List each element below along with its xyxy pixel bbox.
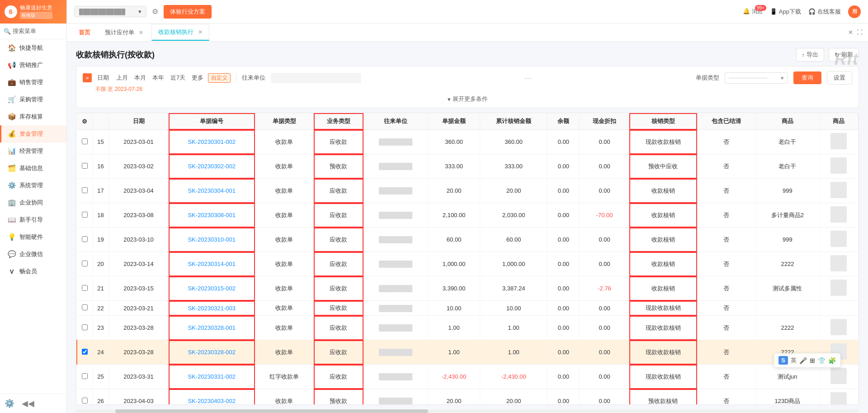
sidebar-item-quicknav[interactable]: 🏠快捷导航 (0, 39, 66, 57)
tab-home[interactable]: 首页 (72, 25, 97, 40)
doc-no-link[interactable]: SK-20230304-001 (188, 187, 236, 194)
app-download-button[interactable]: 📱 App下载 (770, 8, 801, 16)
support-button[interactable]: 🎧 在线客服 (808, 8, 841, 16)
doc-no-link[interactable]: SK-20230328-002 (188, 349, 236, 356)
cell-biz-type: 应收款 (314, 340, 363, 365)
sidebar-item-member[interactable]: V畅会员 (0, 263, 66, 280)
sidebar-item-operations[interactable]: 📊经营管理 (0, 142, 66, 160)
sidebar-item-purchase[interactable]: 🛒采购管理 (0, 91, 66, 108)
export-button[interactable]: ↑ 导出 (796, 48, 825, 62)
table-row[interactable]: 25 2023-03-31 SK-20230331-002 红字收款单 应收款 … (77, 365, 859, 389)
table-row[interactable]: 20 2023-03-14 SK-20230314-001 收款单 应收款 ██… (77, 252, 859, 276)
cell-checkbox[interactable] (77, 389, 93, 405)
sidebar-item-system[interactable]: ⚙️系统管理 (0, 177, 66, 194)
expand-more-btn[interactable]: ▾ 展开更多条件 (448, 95, 488, 103)
custom-date-btn[interactable]: 自定义 (208, 73, 231, 83)
cell-checkbox[interactable] (77, 252, 93, 276)
cell-total-cancel: 360.00 (480, 130, 547, 154)
cell-checkbox[interactable] (77, 276, 93, 301)
scrollbar-thumb[interactable] (115, 409, 429, 413)
settings-button[interactable]: 设置 (827, 71, 852, 85)
close-all-icon[interactable]: ✕ (848, 29, 853, 36)
horizontal-scrollbar[interactable] (76, 409, 859, 413)
cell-checkbox[interactable] (77, 179, 93, 203)
table-row[interactable]: 21 2023-03-15 SK-20230315-002 收款单 应收款 ██… (77, 276, 859, 301)
table-row[interactable]: 23 2023-03-28 SK-20230328-001 收款单 应收款 ██… (77, 316, 859, 340)
sidebar-item-guide[interactable]: 📖新手引导 (0, 211, 66, 228)
last7-btn[interactable]: 近7天 (169, 73, 187, 83)
expand-icon[interactable]: ⛶ (857, 29, 863, 36)
sidebar-item-wechat[interactable]: 💬企业微信 (0, 246, 66, 263)
cell-biz-type: 应收款 (314, 252, 363, 276)
doc-no-link[interactable]: SK-20230328-001 (188, 324, 236, 331)
query-button[interactable]: 查询 (793, 71, 821, 84)
cell-checkbox[interactable] (77, 316, 93, 340)
receipt-type-label: 单据类型 (696, 74, 719, 82)
cell-counterparty: ████████ (363, 340, 428, 365)
bulb-icon: 💡 (8, 233, 16, 241)
tab-prepay[interactable]: 预计应付单 ✕ (99, 25, 150, 40)
messages-button[interactable]: 🔔 99+ 消息 (743, 8, 763, 15)
user-avatar[interactable]: 用 (848, 5, 861, 18)
doc-no-link[interactable]: SK-20230331-002 (188, 373, 236, 380)
doc-no-link[interactable]: SK-20230315-002 (188, 285, 236, 292)
doc-no-link[interactable]: SK-20230314-001 (188, 261, 236, 267)
table-settings-icon[interactable]: ⚙ (82, 118, 87, 125)
cell-checkbox[interactable] (77, 130, 93, 154)
cell-date: 2023-03-08 (109, 203, 169, 228)
table-row[interactable]: 15 2023-03-01 SK-20230301-002 收款单 应收款 ██… (77, 130, 859, 154)
counterparty-input[interactable] (271, 73, 361, 83)
cell-checkbox[interactable] (77, 340, 93, 365)
this-year-btn[interactable]: 本年 (151, 73, 166, 83)
doc-no-link[interactable]: SK-20230310-001 (188, 236, 236, 243)
table-row[interactable]: 22 2023-03-21 SK-20230321-003 收款单 应收款 ██… (77, 301, 859, 316)
table-row[interactable]: 18 2023-03-08 SK-20230308-001 收款单 应收款 ██… (77, 203, 859, 228)
sidebar-item-marketing[interactable]: 📢营销推广 (0, 57, 66, 74)
cell-cancel-type: 现款收款核销 (629, 301, 697, 316)
filter-expand-button[interactable]: » (83, 73, 92, 82)
collapse-icon[interactable]: ◀◀ (22, 399, 34, 408)
sidebar-item-enterprise[interactable]: 🏢企业协同 (0, 194, 66, 211)
cell-checkbox[interactable] (77, 365, 93, 389)
doc-no-link[interactable]: SK-20230301-002 (188, 138, 236, 145)
sidebar-item-base[interactable]: 🗂️基础信息 (0, 160, 66, 177)
cell-checkbox[interactable] (77, 301, 93, 316)
sidebar-item-hardware[interactable]: 💡智能硬件 (0, 228, 66, 246)
cell-cash-discount: 0.00 (580, 179, 629, 203)
collection-tab-close[interactable]: ✕ (198, 29, 203, 35)
cell-checkbox[interactable] (77, 154, 93, 179)
this-month-btn[interactable]: 本月 (132, 73, 148, 83)
table-row[interactable]: 16 2023-03-02 SK-20230302-002 收款单 预收款 ██… (77, 154, 859, 179)
doc-no-link[interactable]: SK-20230321-003 (188, 305, 236, 312)
cell-doc-no: SK-20230302-002 (169, 154, 255, 179)
solution-button[interactable]: 体验行业方案 (164, 5, 212, 19)
sidebar-item-finance[interactable]: 💰资金管理 (0, 125, 66, 142)
cell-checkbox[interactable] (77, 203, 93, 228)
table-row[interactable]: 19 2023-03-10 SK-20230310-001 收款单 应收款 ██… (77, 228, 859, 252)
sidebar-item-inventory[interactable]: 📦库存核算 (0, 108, 66, 125)
table-row[interactable]: 26 2023-04-03 SK-20230403-002 收款单 预收款 ██… (77, 389, 859, 405)
doc-no-link[interactable]: SK-20230302-002 (188, 163, 236, 170)
more-date-btn[interactable]: 更多 (190, 73, 205, 83)
last-month-btn[interactable]: 上月 (114, 73, 130, 83)
cell-cancel-type: 预收款核销 (629, 389, 697, 405)
sidebar-item-sales[interactable]: 💼销售管理 (0, 74, 66, 91)
tab-collection[interactable]: 收款核销执行 ✕ (151, 24, 209, 41)
filter-row-1: » 日期 上月 本月 本年 近7天 更多 自定义 往来单位 ··· 单据类型 ─… (83, 71, 852, 85)
gear-button[interactable]: ⚙ (152, 7, 158, 16)
col-settings[interactable]: ⚙ (77, 113, 93, 130)
receipt-type-select[interactable]: ────────── ▾ (725, 72, 788, 84)
doc-no-link[interactable]: SK-20230403-002 (188, 398, 236, 404)
cell-include-settled: 否 (697, 252, 756, 276)
workspace-selector[interactable]: ████████████ ▾ (74, 6, 146, 17)
doc-no-link[interactable]: SK-20230308-001 (188, 212, 236, 218)
cell-counterparty: ████████ (363, 301, 428, 316)
search-menu[interactable]: 🔍 搜索菜单 (0, 24, 66, 39)
cell-doc-type: 收款单 (255, 276, 314, 301)
table-row[interactable]: 24 2023-03-28 SK-20230328-002 收款单 应收款 ██… (77, 340, 859, 365)
settings-footer-icon[interactable]: ⚙️ (5, 399, 14, 408)
cell-date: 2023-03-10 (109, 228, 169, 252)
table-row[interactable]: 17 2023-03-04 SK-20230304-001 收款单 应收款 ██… (77, 179, 859, 203)
prepay-tab-close[interactable]: ✕ (139, 29, 143, 36)
cell-checkbox[interactable] (77, 228, 93, 252)
